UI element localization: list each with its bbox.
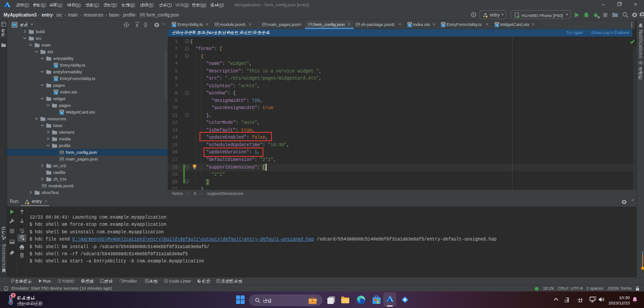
svg-text:TS: TS	[496, 24, 499, 27]
svg-text:TS: TS	[173, 24, 176, 27]
svg-text:TS: TS	[60, 112, 64, 114]
svg-text:TS: TS	[55, 92, 58, 94]
svg-text:TS: TS	[55, 78, 58, 81]
svg-text:TS: TS	[442, 24, 445, 27]
svg-text:TS: TS	[55, 65, 58, 68]
svg-text:TS: TS	[408, 24, 411, 27]
